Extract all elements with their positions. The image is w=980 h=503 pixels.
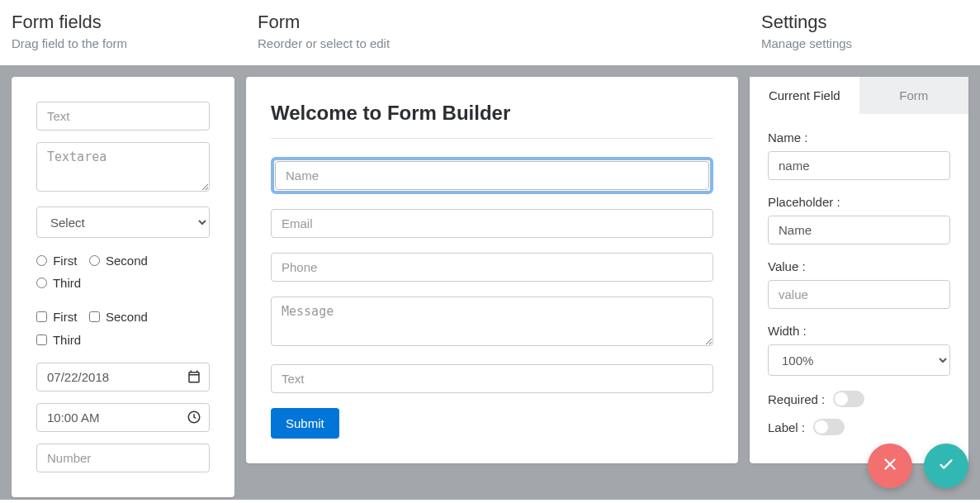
panel-subtitle-settings: Manage settings bbox=[761, 36, 968, 50]
tab-current-field[interactable]: Current Field bbox=[750, 77, 859, 114]
setting-value-input[interactable] bbox=[768, 280, 950, 309]
email-input[interactable] bbox=[271, 209, 713, 238]
palette-date-field[interactable] bbox=[36, 363, 210, 391]
setting-required-toggle[interactable] bbox=[833, 391, 864, 407]
palette-select-field[interactable]: Select bbox=[36, 206, 210, 238]
tab-form[interactable]: Form bbox=[859, 77, 969, 114]
confirm-button[interactable] bbox=[924, 444, 968, 488]
setting-label-label: Label : bbox=[768, 420, 805, 434]
cancel-button[interactable] bbox=[868, 444, 912, 488]
phone-input[interactable] bbox=[271, 253, 713, 282]
setting-placeholder-label: Placeholder : bbox=[768, 195, 950, 209]
panel-title-settings: Settings bbox=[761, 12, 968, 33]
palette-time-field[interactable] bbox=[36, 403, 210, 432]
field-palette: Select First Second Third First Second T… bbox=[12, 77, 234, 497]
message-input[interactable] bbox=[271, 297, 713, 346]
text-input[interactable] bbox=[271, 364, 713, 393]
palette-number-field[interactable] bbox=[36, 444, 210, 472]
panel-title-fields: Form fields bbox=[12, 12, 234, 33]
panel-subtitle-form: Reorder or select to edit bbox=[258, 36, 738, 50]
form-field-message[interactable] bbox=[271, 297, 713, 349]
setting-label-toggle[interactable] bbox=[813, 419, 845, 435]
setting-name-input[interactable] bbox=[768, 151, 950, 180]
form-field-text[interactable] bbox=[271, 364, 713, 393]
check-icon bbox=[937, 455, 955, 477]
panel-subtitle-fields: Drag field to the form bbox=[12, 36, 234, 50]
settings-panel: Current Field Form Name : Placeholder : … bbox=[750, 77, 968, 463]
palette-text-field[interactable] bbox=[36, 102, 210, 130]
form-title: Welcome to Form Builder bbox=[271, 102, 713, 139]
form-field-name[interactable] bbox=[271, 157, 713, 194]
setting-name-label: Name : bbox=[768, 130, 950, 145]
form-field-phone[interactable] bbox=[271, 253, 713, 282]
submit-button[interactable]: Submit bbox=[271, 408, 339, 439]
name-input[interactable] bbox=[275, 161, 709, 190]
panel-title-form: Form bbox=[258, 12, 738, 33]
setting-required-label: Required : bbox=[768, 392, 825, 406]
palette-textarea-field[interactable] bbox=[36, 142, 210, 192]
form-canvas: Welcome to Form Builder Submit bbox=[246, 77, 738, 463]
palette-radio-group[interactable]: First Second Third bbox=[36, 249, 210, 294]
form-field-email[interactable] bbox=[271, 209, 713, 238]
setting-width-label: Width : bbox=[768, 324, 950, 338]
close-icon bbox=[881, 455, 899, 477]
setting-width-select[interactable]: 100% bbox=[768, 344, 950, 376]
setting-value-label: Value : bbox=[768, 259, 950, 273]
setting-placeholder-input[interactable] bbox=[768, 216, 950, 244]
palette-checkbox-group[interactable]: First Second Third bbox=[36, 306, 210, 350]
